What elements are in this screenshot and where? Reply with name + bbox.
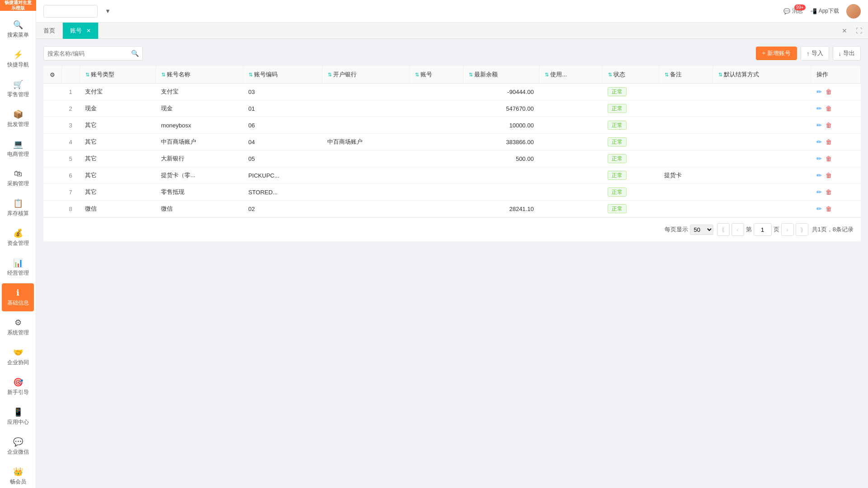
- edit-button[interactable]: ✏: [816, 155, 822, 162]
- row-index-cell: 3: [61, 117, 80, 134]
- edit-button[interactable]: ✏: [816, 172, 822, 179]
- row-name-cell: 零售抵现: [156, 184, 243, 201]
- row-balance-cell: 547670.00: [463, 100, 539, 117]
- accounts-table-container: ⚙ ⇅账号类型 ⇅账号名称 ⇅账号编码 ⇅开户银行 ⇅账号 ⇅最新余额 ⇅使用.…: [43, 66, 861, 241]
- page-size-select[interactable]: 50 100 200: [690, 225, 713, 235]
- edit-button[interactable]: ✏: [816, 88, 822, 95]
- row-index-cell: 4: [61, 134, 80, 150]
- row-settlement-cell: [712, 201, 811, 217]
- topbar-dropdown[interactable]: ▼: [105, 8, 111, 14]
- col-remark[interactable]: ⇅备注: [659, 66, 712, 84]
- sidebar-item-quick[interactable]: ⚡ 快捷导航: [2, 45, 34, 73]
- sidebar-item-basic[interactable]: ℹ 基础信息: [2, 283, 34, 311]
- tab-expand-icon[interactable]: ⛶: [854, 25, 864, 36]
- col-balance[interactable]: ⇅最新余额: [463, 66, 539, 84]
- edit-button[interactable]: ✏: [816, 205, 822, 212]
- sidebar-item-system[interactable]: ⚙ 系统管理: [2, 313, 34, 341]
- col-account[interactable]: ⇅账号: [409, 66, 463, 84]
- logo-line1: 畅捷通对生意: [5, 0, 32, 5]
- sidebar-item-search[interactable]: 🔍 搜索菜单: [2, 15, 34, 43]
- main-area: ▼ 💬 消息 99+ 📲 App下载 首页 账号 ✕ ✕ ⛶: [36, 0, 868, 488]
- col-gear[interactable]: ⚙: [43, 66, 61, 84]
- sidebar-label-finance: 资金管理: [7, 239, 29, 247]
- row-type-cell: 支付宝: [80, 84, 156, 100]
- row-status-cell: 正常: [602, 134, 659, 150]
- page-next-button[interactable]: ›: [781, 223, 794, 236]
- message-badge: 99+: [794, 5, 806, 10]
- row-action-cell: ✏ 🗑: [811, 201, 861, 217]
- tab-account[interactable]: 账号 ✕: [63, 23, 99, 39]
- delete-button[interactable]: 🗑: [826, 138, 832, 145]
- col-bank[interactable]: ⇅开户银行: [322, 66, 409, 84]
- row-remark-cell: [659, 84, 712, 100]
- sidebar-item-inventory[interactable]: 📋 库存核算: [2, 194, 34, 222]
- sidebar-item-wecom[interactable]: 💬 企业微信: [2, 432, 34, 460]
- row-remark-cell: [659, 184, 712, 201]
- row-code-cell: 04: [243, 134, 322, 150]
- page-prev-button[interactable]: ‹: [731, 223, 744, 236]
- sidebar-item-operation[interactable]: 📊 经营管理: [2, 253, 34, 282]
- sidebar-item-member[interactable]: 👑 畅会员: [2, 462, 34, 488]
- table-row: 1 支付宝 支付宝 03 -90444.00 正常 ✏ 🗑: [43, 84, 861, 100]
- row-usage-cell: [539, 134, 603, 150]
- page-first-button[interactable]: ⟪: [717, 223, 730, 236]
- export-icon: ↓: [839, 50, 842, 57]
- row-code-cell: STORED...: [243, 184, 322, 201]
- row-index-cell: 6: [61, 167, 80, 184]
- row-settlement-cell: [712, 167, 811, 184]
- tab-home[interactable]: 首页: [36, 23, 63, 39]
- delete-button[interactable]: 🗑: [826, 172, 832, 179]
- page-number-input[interactable]: [754, 223, 772, 236]
- page-navigation: ⟪ ‹ 第 页 › ⟫: [717, 223, 808, 236]
- per-page-label: 每页显示: [665, 225, 688, 234]
- tab-close-all-icon[interactable]: ✕: [839, 25, 850, 36]
- delete-button[interactable]: 🗑: [826, 188, 832, 196]
- col-code[interactable]: ⇅账号编码: [243, 66, 322, 84]
- message-button[interactable]: 💬 消息 99+: [783, 7, 803, 15]
- row-code-cell: PICKUPC...: [243, 167, 322, 184]
- topbar: ▼ 💬 消息 99+ 📲 App下载: [36, 0, 868, 23]
- export-button[interactable]: ↓ 导出: [833, 46, 861, 61]
- sidebar-item-purchase[interactable]: 🛍 采购管理: [2, 164, 34, 192]
- row-name-cell: 现金: [156, 100, 243, 117]
- topbar-search-input[interactable]: [43, 5, 98, 18]
- row-status-cell: 正常: [602, 84, 659, 100]
- user-avatar[interactable]: [846, 4, 861, 19]
- delete-button[interactable]: 🗑: [826, 155, 832, 162]
- row-balance-cell: [463, 184, 539, 201]
- delete-button[interactable]: 🗑: [826, 205, 832, 212]
- sidebar-item-wholesale[interactable]: 📦 批发管理: [2, 105, 34, 133]
- import-button[interactable]: ↑ 导入: [801, 46, 829, 61]
- edit-button[interactable]: ✏: [816, 188, 822, 196]
- edit-button[interactable]: ✏: [816, 138, 822, 145]
- sidebar-item-retail[interactable]: 🛒 零售管理: [2, 75, 34, 103]
- row-name-cell: moneybosx: [156, 117, 243, 134]
- col-name[interactable]: ⇅账号名称: [156, 66, 243, 84]
- sidebar-item-guide[interactable]: 🎯 新手引导: [2, 373, 34, 401]
- row-bank-cell: [322, 84, 409, 100]
- sidebar-label-wholesale: 批发管理: [7, 121, 29, 128]
- col-usage[interactable]: ⇅使用...: [539, 66, 603, 84]
- wecom-icon: 💬: [13, 437, 23, 447]
- sidebar-item-ecommerce[interactable]: 💻 电商管理: [2, 135, 34, 163]
- edit-button[interactable]: ✏: [816, 105, 822, 112]
- col-settlement[interactable]: ⇅默认结算方式: [712, 66, 811, 84]
- app-download-button[interactable]: 📲 App下载: [810, 7, 839, 15]
- col-type[interactable]: ⇅账号类型: [80, 66, 156, 84]
- page-last-button[interactable]: ⟫: [796, 223, 808, 236]
- row-name-cell: 中百商场账户: [156, 134, 243, 150]
- edit-button[interactable]: ✏: [816, 122, 822, 129]
- row-action-cell: ✏ 🗑: [811, 134, 861, 150]
- sidebar-item-enterprise[interactable]: 🤝 企业协同: [2, 343, 34, 371]
- sidebar-item-finance[interactable]: 💰 资金管理: [2, 224, 34, 252]
- delete-button[interactable]: 🗑: [826, 105, 832, 112]
- add-account-button[interactable]: + 新增账号: [756, 47, 797, 60]
- row-gear-cell: [43, 150, 61, 167]
- col-status[interactable]: ⇅状态: [602, 66, 659, 84]
- row-status-cell: 正常: [602, 100, 659, 117]
- delete-button[interactable]: 🗑: [826, 88, 832, 95]
- search-input[interactable]: [47, 50, 131, 57]
- tab-close-icon[interactable]: ✕: [86, 28, 91, 34]
- sidebar-item-appcenter[interactable]: 📱 应用中心: [2, 403, 34, 431]
- delete-button[interactable]: 🗑: [826, 122, 832, 129]
